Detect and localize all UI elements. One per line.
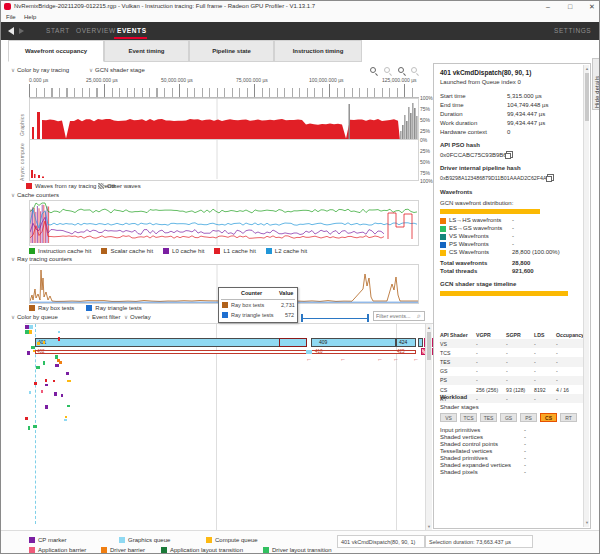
small-event-tick[interactable] bbox=[59, 361, 62, 364]
timeline-range-slider[interactable] bbox=[301, 316, 369, 320]
workload-stat-label: Shaded expanded vertices bbox=[440, 462, 511, 468]
panel-scrollbar[interactable]: ▲ ▼ bbox=[583, 65, 589, 527]
scrollbar-thumb[interactable] bbox=[427, 332, 431, 360]
forward-icon[interactable] bbox=[19, 28, 24, 34]
small-event-tick[interactable] bbox=[27, 351, 30, 355]
small-event-tick[interactable] bbox=[45, 379, 47, 382]
dist-value: - bbox=[512, 225, 514, 231]
menu-help[interactable]: Help bbox=[24, 14, 36, 20]
events-scrollbar[interactable]: ▲ ▼ bbox=[425, 324, 432, 531]
small-event-tick[interactable] bbox=[43, 361, 45, 365]
small-event-tick[interactable] bbox=[66, 372, 69, 375]
stage-button-gs[interactable]: GS bbox=[500, 413, 517, 422]
small-event-tick[interactable] bbox=[36, 366, 40, 369]
scroll-up-icon[interactable]: ▲ bbox=[426, 325, 432, 331]
event-bar-small[interactable] bbox=[306, 350, 312, 354]
workload-stat-value: - bbox=[524, 441, 526, 447]
stage-button-vs[interactable]: VS bbox=[440, 413, 457, 422]
legend-application-barrier: Application barrier bbox=[38, 547, 86, 553]
small-event-tick[interactable] bbox=[28, 426, 30, 430]
cache-counters-collapse[interactable]: ∨ Cache counters bbox=[11, 192, 59, 198]
table-header: Occupancy bbox=[556, 330, 586, 339]
stage-button-ps[interactable]: PS bbox=[520, 413, 537, 422]
copy-icon[interactable] bbox=[506, 151, 513, 158]
stage-button-tcs[interactable]: TCS bbox=[460, 413, 477, 422]
small-event-tick[interactable] bbox=[67, 380, 71, 382]
stage-button-rt[interactable]: RT bbox=[560, 413, 577, 422]
cache-counters-chart[interactable] bbox=[29, 200, 419, 246]
tab-pipeline-state[interactable]: Pipeline state bbox=[189, 40, 274, 62]
api-pso-hash-value: 0x0FCCABC75C93B9B6 bbox=[440, 152, 507, 158]
tab-instruction-timing[interactable]: Instruction timing bbox=[274, 40, 362, 62]
small-event-tick[interactable] bbox=[29, 391, 31, 394]
color-by-queue-dropdown[interactable]: ∨ Color by queue bbox=[11, 314, 58, 320]
wavefronts-heading: Wavefronts bbox=[440, 189, 472, 195]
small-event-tick[interactable] bbox=[33, 425, 37, 428]
small-event-tick[interactable] bbox=[53, 380, 55, 382]
close-icon[interactable]: ✕ bbox=[589, 2, 595, 11]
stat-label: Start time bbox=[440, 93, 466, 99]
ray-tracing-counters-collapse[interactable]: ∨ Ray tracing counters bbox=[11, 256, 72, 262]
zoom-reset-icon[interactable] bbox=[384, 67, 390, 73]
gcn-shader-stage-dropdown[interactable]: ∨ GCN shader stage bbox=[89, 67, 145, 73]
hide-details-toggle[interactable]: Hide details bbox=[592, 58, 600, 110]
small-event-tick[interactable] bbox=[41, 390, 43, 393]
event-bar-401[interactable]: 401 bbox=[35, 338, 307, 347]
legend-other-waves: Other waves bbox=[98, 183, 141, 189]
grid-line bbox=[216, 324, 217, 531]
small-event-tick[interactable] bbox=[33, 350, 35, 352]
small-event-tick[interactable] bbox=[67, 405, 70, 407]
small-event-tick[interactable] bbox=[25, 417, 28, 420]
small-event-tick[interactable] bbox=[34, 382, 37, 385]
event-bar-402[interactable] bbox=[35, 350, 416, 354]
small-event-tick[interactable] bbox=[43, 341, 45, 344]
zoom-to-selection-icon[interactable] bbox=[370, 67, 376, 73]
small-event-tick[interactable] bbox=[45, 405, 48, 409]
events-timeline[interactable]: 401 409 424 402 410 425 ← ← ← ← ← ▲ ▼ bbox=[25, 323, 433, 531]
graphics-occupancy-chart[interactable] bbox=[29, 98, 419, 140]
event-bar-small[interactable] bbox=[418, 338, 423, 347]
table-cell: - bbox=[476, 339, 506, 348]
minimize-icon[interactable]: – bbox=[546, 2, 550, 11]
total-threads-label: Total threads bbox=[440, 268, 477, 274]
back-icon[interactable] bbox=[8, 27, 14, 35]
table-header: VGPR bbox=[476, 330, 506, 339]
slider-handle-right[interactable] bbox=[367, 314, 369, 322]
small-event-tick[interactable] bbox=[37, 342, 40, 345]
nav-tab-events[interactable]: EVENTS bbox=[117, 27, 147, 34]
small-event-tick[interactable] bbox=[65, 416, 67, 418]
color-by-raytracing-dropdown[interactable]: ∨ Color by ray tracing bbox=[11, 67, 69, 73]
small-event-tick[interactable] bbox=[54, 392, 57, 396]
event-bar-424[interactable]: 424 bbox=[396, 338, 416, 347]
small-event-tick[interactable] bbox=[45, 384, 48, 386]
small-event-tick[interactable] bbox=[55, 355, 58, 359]
stat-label: Hardware context bbox=[440, 129, 487, 135]
overlay-dropdown[interactable]: ∨ Overlay bbox=[124, 314, 151, 320]
small-event-tick[interactable] bbox=[31, 346, 35, 349]
small-event-tick[interactable] bbox=[58, 331, 60, 333]
workload-heading: Workload bbox=[440, 394, 467, 400]
event-filter-dropdown[interactable]: ∨ Event filter bbox=[86, 314, 120, 320]
async-compute-chart[interactable] bbox=[29, 140, 419, 181]
menu-file[interactable]: File bbox=[6, 14, 16, 20]
small-event-tick[interactable] bbox=[64, 419, 67, 421]
nav-tab-overview[interactable]: OVERVIEW bbox=[76, 27, 116, 34]
nav-tab-settings[interactable]: SETTINGS bbox=[554, 27, 591, 34]
stage-button-cs[interactable]: CS bbox=[540, 413, 557, 422]
nav-tab-start[interactable]: START bbox=[46, 27, 70, 34]
scroll-down-icon[interactable]: ▼ bbox=[584, 520, 590, 526]
tab-event-timing[interactable]: Event timing bbox=[104, 40, 189, 62]
maximize-icon[interactable]: □ bbox=[568, 2, 572, 11]
small-event-tick[interactable] bbox=[61, 394, 63, 397]
zoom-out-icon[interactable] bbox=[411, 67, 417, 73]
zoom-in-icon[interactable] bbox=[398, 67, 404, 73]
tab-wavefront-occupancy[interactable]: Wavefront occupancy bbox=[8, 40, 104, 62]
small-event-tick[interactable] bbox=[55, 364, 59, 367]
slider-handle-left[interactable] bbox=[301, 314, 303, 322]
scroll-up-icon[interactable]: ▲ bbox=[584, 66, 590, 72]
event-bar-409[interactable]: 409 bbox=[311, 338, 396, 347]
scrollbar-thumb[interactable] bbox=[585, 73, 589, 121]
small-event-tick[interactable] bbox=[58, 337, 60, 341]
stage-button-tes[interactable]: TES bbox=[480, 413, 497, 422]
copy-icon[interactable] bbox=[547, 174, 554, 181]
